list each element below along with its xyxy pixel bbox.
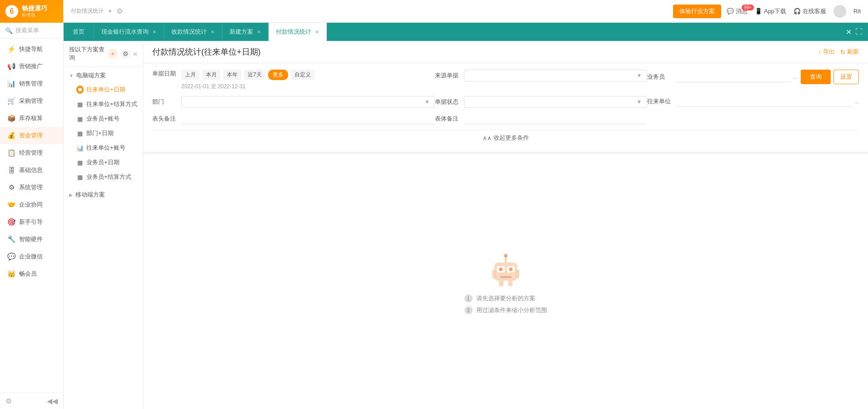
scheme-item-unit-account[interactable]: 📊 往来单位+账号 <box>64 141 143 155</box>
mobile-section-header[interactable]: ▶ 移动端方案 <box>64 188 143 202</box>
desktop-section-arrow: ▼ <box>69 73 74 78</box>
tab-home[interactable]: 首页 <box>64 23 94 41</box>
tab-close-all-icon[interactable]: ✕ <box>846 28 852 36</box>
sidebar-item-purchase[interactable]: 🛒 采购管理 <box>0 92 63 110</box>
tab-payment-stats-close[interactable]: ✕ <box>315 29 319 35</box>
mobile-section-label: 移动端方案 <box>75 191 105 199</box>
tab-bank-flow-close[interactable]: ✕ <box>152 29 156 35</box>
topbar: 付款情况统计 ▼ ⚙ 体验行业方案 💬 消息 99+ 📱 App下载 🎧 在线客… <box>64 0 868 23</box>
tab-receipt-stats[interactable]: 收款情况统计 ✕ <box>164 23 222 41</box>
topbar-message[interactable]: 💬 消息 99+ <box>727 7 748 15</box>
empty-tip-2-text: 用过滤条件来缩小分析范围 <box>476 306 547 314</box>
topbar-app-download[interactable]: 📱 App下载 <box>755 7 786 15</box>
dept-select[interactable]: ▼ <box>181 96 435 108</box>
date-btn-last-month[interactable]: 上月 <box>181 70 200 80</box>
voucher-date-label: 单据日期 <box>152 70 178 78</box>
scheme-item-staff-settlement[interactable]: ▦ 业务员+结算方式 <box>64 170 143 184</box>
scheme-item-staff-account[interactable]: ▦ 业务员+账号 <box>64 111 143 126</box>
tab-expand-icon[interactable]: ⛶ <box>855 28 863 36</box>
filter-row-1: 单据日期 上月 本月 本年 近7天 更多 自定义 2022-01-01 至 20… <box>152 70 859 91</box>
sidebar-item-quick-nav[interactable]: ⚡ 快捷导航 <box>0 40 63 58</box>
sidebar-item-wechat[interactable]: 💬 企业微信 <box>0 248 63 265</box>
date-btn-7days[interactable]: 近7天 <box>244 70 265 80</box>
sidebar-item-label: 系统管理 <box>19 183 43 192</box>
sidebar-item-sales[interactable]: 📊 销售管理 <box>0 75 63 92</box>
date-btn-this-month[interactable]: 本月 <box>202 70 220 80</box>
tab-new-scheme[interactable]: 新建方案 ✕ <box>222 23 269 41</box>
svg-rect-6 <box>492 269 496 278</box>
sidebar-item-system[interactable]: ⚙ 系统管理 <box>0 179 63 196</box>
message-icon: 💬 <box>727 8 734 15</box>
trial-button[interactable]: 体验行业方案 <box>673 5 721 18</box>
query-button[interactable]: 查询 <box>801 70 831 84</box>
date-btn-custom[interactable]: 自定义 <box>291 70 314 80</box>
filter-row-2: 部门 ▼ 单据状态 ▼ 往来单位 <box>152 96 859 108</box>
tab-payment-stats[interactable]: 付款情况统计 ✕ <box>269 23 327 41</box>
tab-new-scheme-close[interactable]: ✕ <box>257 29 261 35</box>
svg-rect-8 <box>499 281 504 286</box>
scheme-collapse-button[interactable]: « <box>133 50 137 58</box>
page-title: 付款情况统计(往来单位+日期) <box>152 46 818 57</box>
marketing-icon: 📢 <box>7 62 15 71</box>
scheme-item-unit-date[interactable]: 往来单位+日期 <box>64 82 143 97</box>
sidebar-item-basic-info[interactable]: 🗄 基础信息 <box>0 162 63 179</box>
body-note-input[interactable] <box>464 113 647 124</box>
export-button[interactable]: ↑ 导出 <box>818 48 835 56</box>
mobile-section-arrow: ▶ <box>69 192 73 197</box>
operation-icon: 📋 <box>7 149 15 157</box>
header-note-input[interactable] <box>181 113 435 124</box>
footer-collapse-icon[interactable]: ◀◀ <box>47 397 58 405</box>
filter-item-body-note: 表体备注 <box>435 113 647 124</box>
date-btn-this-year[interactable]: 本年 <box>223 70 241 80</box>
sidebar-item-guide[interactable]: 🎯 新手引导 <box>0 213 63 231</box>
empty-tips: 1 请先选择要分析的方案 2 用过滤条件来缩小分析范围 <box>464 294 547 314</box>
sidebar-item-operation[interactable]: 📋 经营管理 <box>0 144 63 162</box>
tab-receipt-stats-close[interactable]: ✕ <box>210 29 215 35</box>
tab-payment-stats-label: 付款情况统计 <box>276 28 311 36</box>
collapse-filter-button[interactable]: ∧∧ 收起更多条件 <box>483 134 529 142</box>
filter-item-dept: 部门 ▼ <box>152 96 435 108</box>
collapse-filter-label: 收起更多条件 <box>494 134 529 142</box>
scheme-table-icon: ▦ <box>76 173 84 181</box>
topbar-online-service[interactable]: 🎧 在线客服 <box>793 7 826 15</box>
sidebar-item-hardware[interactable]: 🔧 智能硬件 <box>0 231 63 248</box>
service-icon: 🎧 <box>793 8 801 15</box>
sidebar-item-marketing[interactable]: 📢 营销推广 <box>0 58 63 75</box>
sidebar-item-cooperation[interactable]: 🤝 企业协同 <box>0 196 63 213</box>
scheme-settings-button[interactable]: ⚙ <box>120 49 130 59</box>
partner-input[interactable] <box>676 96 853 107</box>
voucher-status-select[interactable]: ▼ <box>464 96 647 108</box>
desktop-section-header[interactable]: ▼ 电脑端方案 <box>64 69 143 82</box>
scheme-item-unit-settlement[interactable]: ▦ 往来单位+结算方式 <box>64 97 143 111</box>
username-label: Rit <box>853 8 861 15</box>
tabbar: 首页 现金银行流水查询 ✕ 收款情况统计 ✕ 新建方案 ✕ 付款情况统计 ✕ ✕… <box>64 23 868 41</box>
sidebar-item-label: 采购管理 <box>19 97 43 105</box>
sidebar-item-member[interactable]: 👑 畅会员 <box>0 265 63 283</box>
settings-button[interactable]: 设置 <box>833 70 859 84</box>
purchase-icon: 🛒 <box>7 97 15 105</box>
user-avatar[interactable] <box>833 5 846 18</box>
refresh-button[interactable]: ↻ 刷新 <box>840 48 859 56</box>
sidebar-item-finance[interactable]: 💰 资金管理 <box>0 127 63 144</box>
collapse-bar: ∧∧ 收起更多条件 <box>152 130 859 146</box>
filter-item-partner: 往来单位 ... <box>647 96 859 107</box>
page-header: 付款情况统计(往来单位+日期) ↑ 导出 ↻ 刷新 <box>143 41 868 63</box>
scheme-item-label: 业务员+日期 <box>86 158 120 167</box>
staff-input[interactable] <box>676 71 791 82</box>
main-area: 付款情况统计 ▼ ⚙ 体验行业方案 💬 消息 99+ 📱 App下载 🎧 在线客… <box>64 0 868 409</box>
sidebar-item-inventory[interactable]: 📦 库存核算 <box>0 110 63 127</box>
body-note-label: 表体备注 <box>435 115 460 123</box>
date-btn-more[interactable]: 更多 <box>268 70 288 80</box>
scheme-item-dept-date[interactable]: ▦ 部门+日期 <box>64 126 143 141</box>
footer-settings-icon[interactable]: ⚙ <box>5 397 12 405</box>
topbar-gear-icon[interactable]: ⚙ <box>116 7 123 15</box>
scheme-item-staff-date[interactable]: ▦ 业务员+日期 <box>64 155 143 170</box>
tab-bank-flow[interactable]: 现金银行流水查询 ✕ <box>94 23 164 41</box>
search-menu-label[interactable]: 搜索菜单 <box>15 26 39 35</box>
filter-item-source: 来源单据 ▼ <box>435 70 647 81</box>
scheme-add-button[interactable]: + <box>108 49 118 59</box>
source-select[interactable]: ▼ <box>464 70 647 81</box>
scheme-panel: 按以下方案查询 + ⚙ « ▼ 电脑端方案 往来单位+日期 ▦ <box>64 41 143 409</box>
scheme-header-label: 按以下方案查询 <box>69 45 105 62</box>
filter-area: 单据日期 上月 本月 本年 近7天 更多 自定义 2022-01-01 至 20… <box>143 63 868 152</box>
